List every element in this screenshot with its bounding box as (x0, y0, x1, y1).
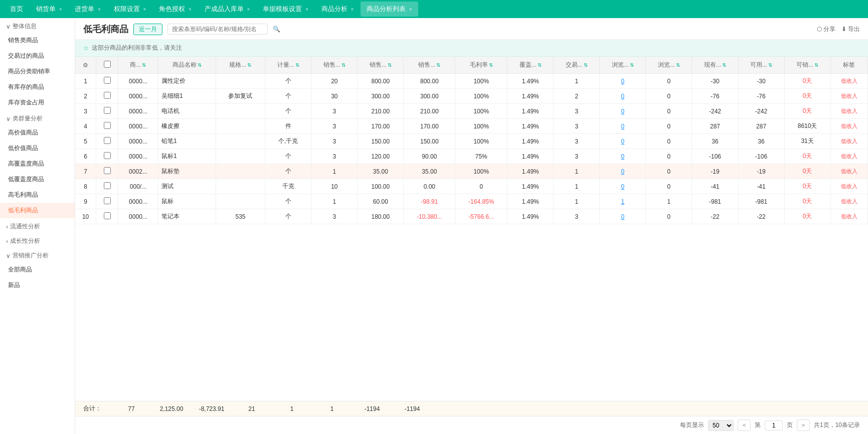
row-checkbox[interactable] (104, 92, 111, 99)
sort-icon-sales-profit[interactable]: ⇅ (436, 62, 440, 68)
nav-goods-analysis-close[interactable]: × (351, 7, 354, 12)
cell-current: -76 (692, 89, 738, 104)
cell-current: -22 (692, 209, 738, 224)
sidebar-item-sales-goods[interactable]: 销售类商品 (0, 33, 75, 48)
filter-recent-month[interactable]: 近一月 (133, 24, 162, 35)
sidebar-item-high-coverage[interactable]: 高覆盖度商品 (0, 156, 75, 172)
nav-purchase-close[interactable]: × (98, 7, 101, 12)
cell-browse1[interactable]: 0 (600, 74, 646, 89)
cell-checkbox[interactable] (96, 104, 118, 119)
sort-icon-unit[interactable]: ⇅ (295, 62, 299, 68)
nav-product-entry[interactable]: 产成品入库单 × (199, 2, 256, 17)
page-number-input[interactable] (765, 420, 783, 430)
prev-page-button[interactable]: ＜ (738, 419, 751, 431)
sort-icon-gross[interactable]: ⇅ (489, 62, 493, 68)
cell-checkbox[interactable] (96, 164, 118, 179)
row-checkbox[interactable] (104, 122, 111, 129)
nav-sales[interactable]: 销货单 × (30, 2, 68, 17)
cell-checkbox[interactable] (96, 209, 118, 224)
cell-browse1[interactable]: 0 (600, 209, 646, 224)
sort-icon-sales-qty[interactable]: ⇅ (341, 62, 345, 68)
row-checkbox[interactable] (104, 107, 111, 114)
sort-icon-browse2[interactable]: ⇅ (676, 62, 680, 68)
row-checkbox[interactable] (104, 197, 111, 204)
sidebar-item-low-coverage[interactable]: 低覆盖度商品 (0, 172, 75, 187)
settings-icon[interactable]: ⚙ (83, 62, 88, 69)
sidebar-item-stock-goods[interactable]: 有库存的商品 (0, 79, 75, 95)
row-checkbox[interactable] (104, 182, 111, 189)
export-button[interactable]: ⬇ 导出 (841, 25, 860, 34)
sidebar-item-low-value[interactable]: 低价值商品 (0, 140, 75, 156)
sidebar-item-category-rate[interactable]: 商品分类助销率 (0, 64, 75, 79)
table-container[interactable]: ⚙ 商...⇅ 商品名称⇅ 规格...⇅ 计量...⇅ 销售...⇅ 销售...… (75, 57, 868, 401)
nav-goods-analysis-list-close[interactable]: × (409, 7, 412, 12)
cell-name: 铅笔1 (158, 134, 216, 149)
nav-sales-close[interactable]: × (59, 7, 62, 12)
row-checkbox[interactable] (104, 167, 111, 174)
page-size-select[interactable]: 50 100 (708, 420, 734, 431)
sort-icon-sellable[interactable]: ⇅ (814, 62, 818, 68)
sidebar-item-low-margin[interactable]: 低毛利商品 (0, 203, 75, 218)
cell-browse1[interactable]: 1 (600, 194, 646, 209)
cell-browse1[interactable]: 0 (600, 149, 646, 164)
cell-checkbox[interactable] (96, 179, 118, 194)
notice-bar: ☆ 这部分商品的利润非常低，请关注 (75, 40, 868, 57)
sort-icon-trade[interactable]: ⇅ (584, 62, 588, 68)
cell-spec: 535 (216, 209, 265, 224)
nav-goods-analysis-list[interactable]: 商品分析列表 × (361, 2, 418, 17)
row-checkbox[interactable] (104, 137, 111, 144)
cell-browse1[interactable]: 0 (600, 134, 646, 149)
cell-checkbox[interactable] (96, 74, 118, 89)
sort-icon-current[interactable]: ⇅ (722, 62, 726, 68)
sidebar-item-high-margin[interactable]: 高毛利商品 (0, 187, 75, 203)
cell-browse1[interactable]: 0 (600, 89, 646, 104)
select-all-checkbox[interactable] (104, 61, 111, 68)
cell-sales-profit: 0.00 (404, 179, 455, 194)
sidebar-item-capital[interactable]: 库存资金占用 (0, 95, 75, 110)
row-checkbox[interactable] (104, 77, 111, 84)
cell-checkbox[interactable] (96, 89, 118, 104)
search-icon[interactable]: 🔍 (273, 26, 280, 33)
cell-browse1[interactable]: 0 (600, 104, 646, 119)
sort-icon-name[interactable]: ⇅ (198, 62, 202, 68)
nav-template-close[interactable]: × (305, 7, 308, 12)
sort-icon-spec[interactable]: ⇅ (247, 62, 251, 68)
pagination-bar: 每页显示 50 100 ＜ 第 页 ＞ 共1页，10条记录 (75, 416, 868, 434)
nav-product-entry-close[interactable]: × (247, 7, 250, 12)
next-page-button[interactable]: ＞ (797, 419, 810, 431)
cell-browse1[interactable]: 0 (600, 179, 646, 194)
sort-icon-browse1[interactable]: ⇅ (630, 62, 634, 68)
sort-icon-code[interactable]: ⇅ (142, 62, 146, 68)
col-gear[interactable]: ⚙ (75, 57, 96, 74)
sidebar-item-all-goods[interactable]: 全部商品 (0, 262, 75, 277)
nav-permission-close[interactable]: × (143, 7, 146, 12)
nav-template[interactable]: 单据模板设置 × (257, 2, 314, 17)
nav-permission[interactable]: 权限设置 × (108, 2, 152, 17)
row-checkbox[interactable] (104, 212, 111, 219)
search-input[interactable] (167, 24, 268, 35)
cell-checkbox[interactable] (96, 134, 118, 149)
cell-available: -76 (738, 89, 784, 104)
nav-goods-analysis[interactable]: 商品分析 × (315, 2, 360, 17)
sidebar-item-new-goods[interactable]: 新品 (0, 277, 75, 293)
cell-checkbox[interactable] (96, 119, 118, 134)
cell-browse1[interactable]: 0 (600, 164, 646, 179)
nav-role[interactable]: 角色授权 × (153, 2, 197, 17)
sort-icon-available[interactable]: ⇅ (768, 62, 772, 68)
sort-icon-coverage[interactable]: ⇅ (538, 62, 542, 68)
cell-checkbox[interactable] (96, 194, 118, 209)
nav-home[interactable]: 首页 (4, 2, 29, 17)
cell-browse1[interactable]: 0 (600, 119, 646, 134)
sort-icon-sales-price[interactable]: ⇅ (388, 62, 392, 68)
sidebar-item-traded-goods[interactable]: 交易过的商品 (0, 48, 75, 64)
cell-sales-price: 210.00 (358, 104, 404, 119)
sidebar-group-cluster: ∨ 类群量分析 (0, 110, 75, 125)
cell-checkbox[interactable] (96, 149, 118, 164)
col-sales-qty: 销售...⇅ (311, 57, 358, 74)
nav-purchase[interactable]: 进货单 × (69, 2, 106, 17)
share-button[interactable]: ⬡ 分享 (817, 25, 835, 34)
nav-role-close[interactable]: × (189, 7, 192, 12)
sidebar-item-high-value[interactable]: 高价值商品 (0, 125, 75, 140)
row-checkbox[interactable] (104, 152, 111, 159)
cell-current: -981 (692, 194, 738, 209)
